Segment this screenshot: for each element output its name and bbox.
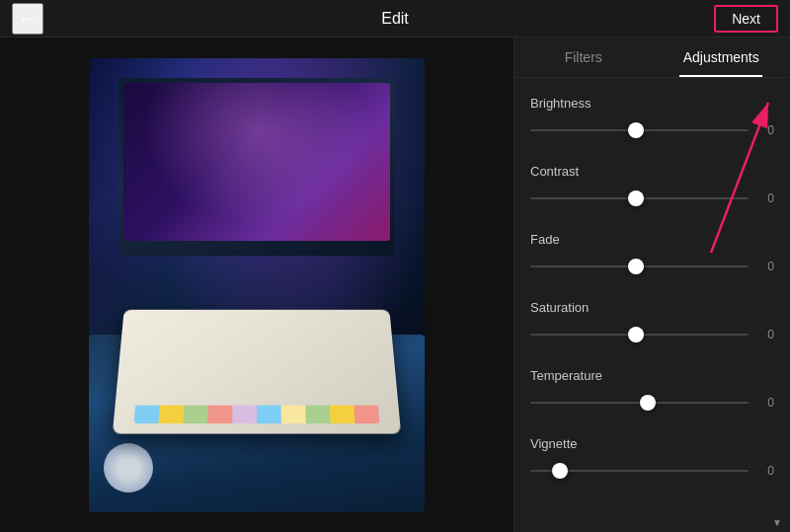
vignette-slider-row: 0 [530, 461, 774, 481]
keyboard-area [109, 236, 405, 433]
next-button[interactable]: Next [714, 5, 778, 33]
mat-character [104, 443, 153, 493]
right-panel: Filters Adjustments Brightness 0 [514, 38, 790, 532]
main-content: Filters Adjustments Brightness 0 [0, 38, 790, 532]
temperature-value: 0 [758, 396, 774, 410]
photo-preview [89, 58, 425, 512]
fade-value: 0 [758, 260, 774, 273]
adjustment-fade: Fade 0 [514, 222, 790, 290]
scroll-down-icon: ▼ [772, 517, 782, 528]
photo-container [0, 38, 514, 532]
contrast-value: 0 [758, 191, 774, 205]
saturation-label: Saturation [530, 300, 774, 315]
vignette-thumb[interactable] [552, 463, 568, 479]
vignette-label: Vignette [530, 436, 774, 451]
keyboard-body [113, 309, 401, 433]
keycaps [134, 405, 380, 422]
brightness-thumb[interactable] [628, 122, 644, 138]
vignette-track [530, 470, 749, 472]
fade-label: Fade [530, 232, 774, 247]
saturation-slider[interactable] [530, 325, 749, 344]
adjustment-contrast: Contrast 0 [514, 154, 790, 222]
adjustments-panel: Brightness 0 Contrast [514, 78, 790, 513]
brightness-slider-row: 0 [530, 120, 774, 140]
adjustment-vignette: Vignette 0 [514, 426, 790, 494]
temperature-label: Temperature [530, 368, 774, 383]
tabs-bar: Filters Adjustments [514, 38, 790, 78]
brightness-value: 0 [758, 123, 774, 137]
fade-track [530, 266, 749, 267]
scroll-indicator: ▼ [514, 513, 790, 532]
vignette-value: 0 [758, 464, 774, 478]
saturation-track [530, 334, 749, 336]
monitor-decoration [118, 78, 395, 256]
vignette-slider[interactable] [530, 461, 749, 481]
adjustment-saturation: Saturation 0 [514, 290, 790, 358]
temperature-slider[interactable] [530, 393, 749, 413]
saturation-slider-row: 0 [530, 325, 774, 344]
tab-filters[interactable]: Filters [514, 38, 653, 77]
contrast-label: Contrast [530, 164, 774, 179]
fade-slider[interactable] [530, 257, 749, 276]
contrast-slider-row: 0 [530, 189, 774, 208]
tab-adjustments[interactable]: Adjustments [653, 38, 791, 77]
brightness-label: Brightness [530, 96, 774, 111]
contrast-thumb[interactable] [628, 190, 644, 206]
saturation-thumb[interactable] [628, 327, 644, 342]
page-title: Edit [381, 10, 409, 28]
fade-slider-row: 0 [530, 257, 774, 276]
adjustment-brightness: Brightness 0 [514, 86, 790, 154]
brightness-track [530, 129, 749, 131]
back-icon: ← [18, 7, 38, 30]
contrast-slider[interactable] [530, 189, 749, 208]
back-button[interactable]: ← [12, 3, 43, 35]
header: ← Edit Next [0, 0, 790, 38]
adjustment-temperature: Temperature 0 [514, 358, 790, 426]
fade-thumb[interactable] [628, 259, 644, 274]
saturation-value: 0 [758, 328, 774, 342]
image-area [0, 38, 514, 532]
brightness-slider[interactable] [530, 120, 749, 140]
temperature-slider-row: 0 [530, 393, 774, 413]
temperature-track [530, 402, 749, 404]
contrast-track [530, 197, 749, 199]
monitor-screen [123, 83, 390, 241]
temperature-thumb[interactable] [640, 395, 656, 411]
